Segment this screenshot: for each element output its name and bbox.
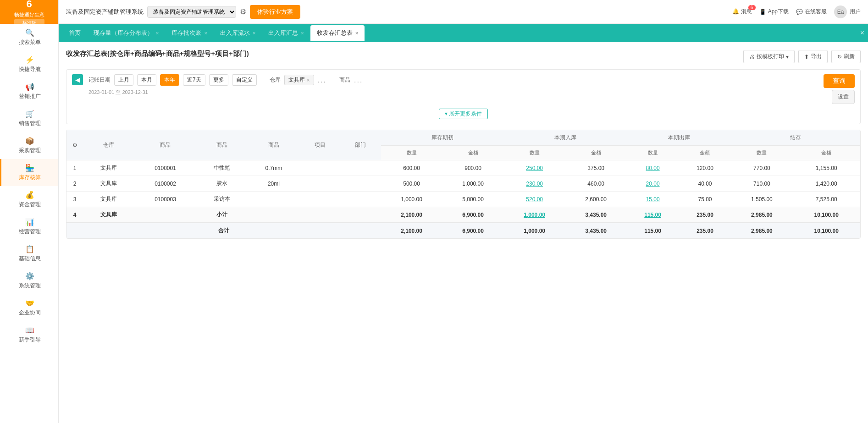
subtotal-open-amt: 6,900.00 [442, 207, 504, 223]
expand-conditions-btn[interactable]: ▾ 展开更多条件 [439, 109, 488, 119]
col-header-open-amt: 金额 [442, 146, 504, 160]
tab-close-icon[interactable]: × [355, 30, 358, 36]
message-badge[interactable]: 🔔 6 消息 [732, 8, 752, 16]
experience-btn[interactable]: 体验行业方案 [250, 5, 300, 19]
row-in-amt: 460.00 [565, 176, 627, 192]
date-btn-more[interactable]: 更多 [209, 74, 228, 86]
filter-settings-btn[interactable]: 设置 [832, 90, 855, 104]
tab-close-icon[interactable]: × [301, 30, 304, 36]
sidebar-item-operation[interactable]: 📊 经营管理 [0, 213, 58, 240]
col-header-gear[interactable]: ⚙ [66, 130, 83, 160]
tab-close-icon[interactable]: × [156, 30, 159, 36]
quick-nav-icon: ⚡ [25, 55, 34, 64]
purchase-icon: 📦 [25, 137, 34, 145]
print-template-btn[interactable]: 🖨 按模板打印 ▾ [743, 50, 795, 63]
row-code: 0100001 [134, 160, 196, 176]
warehouse-tag-close[interactable]: × [307, 77, 310, 83]
date-btn-last-month[interactable]: 上月 [114, 74, 133, 86]
mobile-icon: 📱 [759, 9, 766, 15]
message-count: 6 [748, 5, 756, 10]
query-btn[interactable]: 查询 [824, 74, 855, 88]
tab-inout-summary[interactable]: 出入库汇总 × [262, 25, 310, 41]
sidebar-item-system[interactable]: ⚙️ 系统管理 [0, 267, 58, 294]
date-btn-this-month[interactable]: 本月 [137, 74, 156, 86]
gear-settings-icon[interactable]: ⚙ [72, 142, 77, 148]
tab-close-icon[interactable]: × [204, 30, 207, 36]
row-in-qty[interactable]: 230.00 [504, 176, 565, 192]
sidebar-item-purchase[interactable]: 📦 采购管理 [0, 132, 58, 159]
system-icon: ⚙️ [25, 272, 34, 280]
tab-close-icon[interactable]: × [253, 30, 255, 36]
col-header-project: 项目 [300, 130, 340, 160]
export-btn[interactable]: ⬆ 导出 [798, 50, 828, 63]
subtotal-code [134, 207, 196, 223]
table-row: 2 文具库 0100002 胶水 20ml 500.00 1,000.00 23… [66, 176, 860, 192]
row-out-qty[interactable]: 80.00 [627, 160, 679, 176]
subtotal-warehouse: 文具库 [83, 207, 134, 223]
date-btn-last-7-days[interactable]: 近7天 [183, 74, 205, 86]
col-header-open-qty: 数量 [381, 146, 442, 160]
row-out-qty[interactable]: 15.00 [627, 192, 679, 207]
sidebar-item-finance[interactable]: 💰 资金管理 [0, 186, 58, 213]
topbar-right: 🔔 6 消息 📱 App下载 💬 在线客服 Ea 用户 [732, 5, 861, 18]
sidebar-item-search[interactable]: 🔍 搜索菜单 [0, 24, 58, 51]
sidebar-item-enterprise[interactable]: 🤝 企业协同 [0, 294, 58, 321]
col-header-warehouse: 仓库 [83, 130, 134, 160]
topbar-left: 装备及固定资产辅助管理系统 装备及固定资产辅助管理系统 ⚙ 体验行业方案 [66, 5, 300, 19]
subtotal-dept [340, 207, 381, 223]
sidebar-item-label: 采购管理 [19, 147, 41, 154]
sidebar-item-label: 营销推广 [19, 93, 41, 100]
sidebar-item-sales[interactable]: 🛒 销售管理 [0, 105, 58, 132]
col-header-in-amt: 金额 [565, 146, 627, 160]
app-download-btn[interactable]: 📱 App下载 [759, 8, 789, 16]
chevron-down-icon: ▾ [786, 54, 789, 60]
goods-dots[interactable]: ... [354, 76, 363, 84]
subtotal-in-qty[interactable]: 1,000.00 [504, 207, 565, 223]
tab-inventory-dist[interactable]: 现存量（库存分布表） × [87, 25, 165, 41]
refresh-btn[interactable]: ↻ 刷新 [831, 50, 861, 63]
row-in-qty[interactable]: 250.00 [504, 160, 565, 176]
subtotal-row: 4 文具库 小计 2,100.00 6,900.00 1,000.00 3,43… [66, 207, 860, 223]
service-icon: 💬 [796, 9, 803, 15]
subtotal-no: 4 [66, 207, 83, 223]
tab-home[interactable]: 首页 [62, 25, 87, 41]
row-in-amt: 2,600.00 [565, 192, 627, 207]
tab-recv-send-summary[interactable]: 收发存汇总表 × [310, 25, 365, 41]
date-btn-custom[interactable]: 自定义 [232, 74, 257, 86]
table-row: 3 文具库 0100003 采访本 1,000.00 5,000.00 520.… [66, 192, 860, 207]
sidebar-item-basic-info[interactable]: 📋 基础信息 [0, 240, 58, 267]
close-all-tabs-btn[interactable]: × [860, 29, 864, 37]
subtotal-out-qty[interactable]: 115.00 [627, 207, 679, 223]
warehouse-dots[interactable]: ... [318, 76, 326, 84]
bell-icon: 🔔 [732, 8, 739, 15]
tab-inout-flow[interactable]: 出入库流水 × [214, 25, 262, 41]
sidebar-item-guide[interactable]: 📖 新手引导 [0, 321, 58, 348]
row-out-qty[interactable]: 20.00 [627, 176, 679, 192]
user-area[interactable]: Ea 用户 [834, 5, 861, 18]
footer-bal-qty: 2,985.00 [731, 223, 792, 238]
sidebar-item-marketing[interactable]: 📢 营销推广 [0, 78, 58, 105]
row-code: 0100003 [134, 192, 196, 207]
row-in-qty[interactable]: 520.00 [504, 192, 565, 207]
footer-bal-amt: 10,100.00 [792, 223, 860, 238]
footer-row: 合计 2,100.00 6,900.00 1,000.00 3,435.00 1… [66, 223, 860, 238]
filter-toggle-btn[interactable]: ◀ [72, 74, 83, 85]
tab-batch-account[interactable]: 库存批次账 × [165, 25, 213, 41]
topbar: 装备及固定资产辅助管理系统 装备及固定资产辅助管理系统 ⚙ 体验行业方案 🔔 6… [59, 0, 868, 24]
footer-in-qty: 1,000.00 [504, 223, 565, 238]
subtotal-open-qty: 2,100.00 [381, 207, 442, 223]
row-project [300, 192, 340, 207]
sidebar-item-label: 资金管理 [19, 201, 41, 209]
system-selector[interactable]: 装备及固定资产辅助管理系统 [147, 6, 236, 18]
row-spec [248, 192, 300, 207]
page-content: 收发存汇总表(按仓库+商品编码+商品+规格型号+项目+部门) 🖨 按模板打印 ▾… [59, 42, 868, 423]
row-warehouse: 文具库 [83, 160, 134, 176]
subtotal-name: 小计 [196, 207, 248, 223]
sidebar-item-inventory[interactable]: 🏪 库存核算 [0, 159, 58, 186]
tab-label: 出入库流水 [220, 29, 250, 37]
gear-icon[interactable]: ⚙ [240, 7, 246, 16]
online-service-btn[interactable]: 💬 在线客服 [796, 8, 827, 16]
date-btn-this-year[interactable]: 本年 [160, 74, 179, 86]
export-label: 导出 [811, 53, 822, 60]
sidebar-item-quick-nav[interactable]: ⚡ 快捷导航 [0, 51, 58, 78]
